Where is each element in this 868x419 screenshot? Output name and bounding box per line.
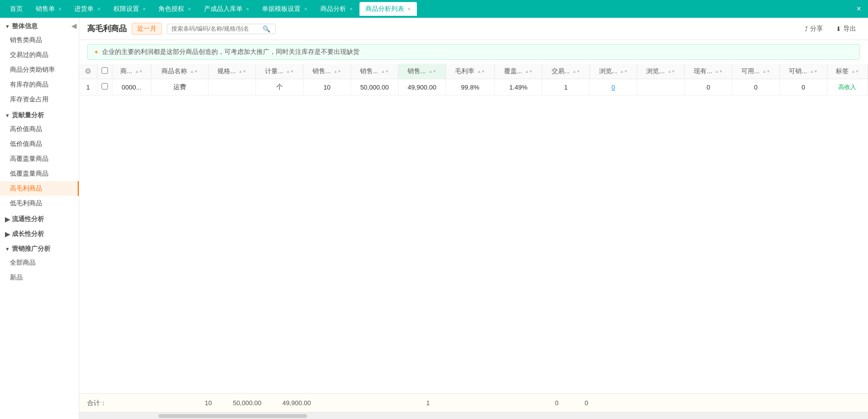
col-sales-qty-sort[interactable]: ▲▼ bbox=[334, 69, 342, 74]
col-browse1[interactable]: 浏览... ▲▼ bbox=[590, 64, 637, 79]
settings-icon[interactable]: ⚙ bbox=[85, 67, 91, 75]
col-sales-amount[interactable]: 销售... ▲▼ bbox=[351, 64, 398, 79]
sidebar-item-low-margin[interactable]: 低毛利商品 bbox=[0, 196, 79, 211]
nav-tab-inbound[interactable]: 产成品入库单 × bbox=[198, 2, 255, 16]
sidebar-item-high-value[interactable]: 高价值商品 bbox=[0, 122, 79, 137]
nav-tab-sales[interactable]: 销售单 × bbox=[30, 2, 67, 16]
col-gross-margin[interactable]: 毛利率 ▲▼ bbox=[446, 64, 495, 79]
nav-tab-purchase-label: 进货单 bbox=[74, 4, 94, 13]
col-unit[interactable]: 计量... ▲▼ bbox=[256, 64, 304, 79]
col-sales-cost-sort[interactable]: ▲▼ bbox=[429, 69, 437, 74]
filter-recent-month-button[interactable]: 近一月 bbox=[132, 23, 162, 35]
sidebar-item-traded-goods[interactable]: 交易过的商品 bbox=[0, 47, 79, 62]
col-coverage[interactable]: 覆盖... ▲▼ bbox=[495, 64, 542, 79]
sidebar-item-category-rate[interactable]: 商品分类助销率 bbox=[0, 62, 79, 77]
col-spec-sort[interactable]: ▲▼ bbox=[239, 69, 247, 74]
col-unit-sort[interactable]: ▲▼ bbox=[286, 69, 294, 74]
col-browse2[interactable]: 浏览... ▲▼ bbox=[637, 64, 685, 79]
search-input[interactable] bbox=[171, 25, 260, 32]
col-checkbox bbox=[97, 64, 112, 79]
sidebar-item-stock-capital[interactable]: 库存资金占用 bbox=[0, 92, 79, 107]
col-available[interactable]: 可用... ▲▼ bbox=[732, 64, 779, 79]
window-close-button[interactable]: × bbox=[854, 4, 864, 13]
col-tag-sort[interactable]: ▲▼ bbox=[851, 69, 859, 74]
col-sales-amount-sort[interactable]: ▲▼ bbox=[381, 69, 389, 74]
col-sales-cost[interactable]: 销售... ▲▼ bbox=[398, 64, 446, 79]
sidebar-group-growth-label: 成长性分析 bbox=[12, 230, 44, 238]
cell-current-stock: 0 bbox=[685, 79, 732, 95]
col-name[interactable]: 商品名称 ▲▼ bbox=[151, 64, 208, 79]
nav-tab-role[interactable]: 角色授权 × bbox=[153, 2, 197, 16]
sidebar-item-new-goods[interactable]: 新品 bbox=[0, 270, 79, 285]
cell-browse1[interactable]: 0 bbox=[590, 79, 637, 95]
sidebar-collapse-button[interactable]: ◀ bbox=[71, 22, 77, 30]
sidebar-group-marketing[interactable]: ▼ 营销推广分析 bbox=[0, 240, 79, 255]
sidebar: ◀ ▼ 整体信息 销售类商品 交易过的商品 商品分类助销率 有库存的商品 库存资… bbox=[0, 18, 79, 419]
nav-tab-analysis-close[interactable]: × bbox=[350, 6, 353, 12]
sidebar-item-low-coverage[interactable]: 低覆盖量商品 bbox=[0, 166, 79, 181]
sidebar-group-liquidity[interactable]: ▶ 流通性分析 bbox=[0, 211, 79, 226]
sidebar-group-contribution-label: 贡献量分析 bbox=[12, 111, 44, 120]
sidebar-group-contribution[interactable]: ▼ 贡献量分析 bbox=[0, 107, 79, 122]
nav-tab-sales-label: 销售单 bbox=[36, 4, 55, 13]
tag-label: 高收入 bbox=[838, 84, 856, 91]
col-spec[interactable]: 规格... ▲▼ bbox=[208, 64, 256, 79]
nav-tab-purchase-close[interactable]: × bbox=[97, 6, 100, 12]
cell-browse2 bbox=[637, 79, 685, 95]
col-saleable-sort[interactable]: ▲▼ bbox=[810, 69, 818, 74]
sidebar-item-high-coverage[interactable]: 高覆盖量商品 bbox=[0, 151, 79, 166]
sidebar-item-stocked-goods[interactable]: 有库存的商品 bbox=[0, 77, 79, 92]
nav-tab-analysis-list-close[interactable]: × bbox=[408, 6, 410, 12]
col-transactions[interactable]: 交易... ▲▼ bbox=[542, 64, 590, 79]
col-coverage-sort[interactable]: ▲▼ bbox=[525, 69, 533, 74]
summary-gap1 bbox=[315, 399, 404, 407]
nav-tab-permission-close[interactable]: × bbox=[143, 6, 146, 12]
row-checkbox[interactable] bbox=[102, 83, 108, 90]
browse1-link[interactable]: 0 bbox=[612, 84, 615, 91]
col-saleable[interactable]: 可销... ▲▼ bbox=[779, 64, 827, 79]
col-gross-margin-sort[interactable]: ▲▼ bbox=[477, 69, 485, 74]
select-all-checkbox[interactable] bbox=[102, 67, 108, 74]
cell-sales-qty: 10 bbox=[303, 79, 351, 95]
col-code-sort[interactable]: ▲▼ bbox=[135, 69, 143, 74]
info-banner-text: 企业的主要的利润都是这部分商品创造的，可考虑加大推广，同时关注库存是不要出现缺货 bbox=[102, 47, 359, 56]
col-browse1-sort[interactable]: ▲▼ bbox=[620, 69, 628, 74]
horizontal-scrollbar-thumb[interactable] bbox=[158, 414, 307, 418]
footer-summary: 合计： 10 50,000.00 49,900.00 1 0 0 bbox=[79, 393, 868, 412]
nav-tab-purchase[interactable]: 进货单 × bbox=[68, 2, 106, 16]
nav-tab-analysis-list[interactable]: 商品分析列表 × bbox=[359, 2, 416, 16]
sidebar-item-all-goods[interactable]: 全部商品 bbox=[0, 255, 79, 270]
col-transactions-sort[interactable]: ▲▼ bbox=[572, 69, 580, 74]
col-tag[interactable]: 标签 ▲▼ bbox=[827, 64, 868, 79]
col-settings[interactable]: ⚙ bbox=[79, 64, 97, 79]
nav-tab-sales-close[interactable]: × bbox=[58, 6, 61, 12]
share-button[interactable]: ⤴ 分享 bbox=[801, 23, 827, 34]
col-code[interactable]: 商... ▲▼ bbox=[112, 64, 151, 79]
search-icon[interactable]: 🔍 bbox=[262, 25, 270, 33]
nav-tab-role-close[interactable]: × bbox=[188, 6, 191, 12]
col-name-sort[interactable]: ▲▼ bbox=[190, 69, 198, 74]
nav-tab-home-label: 首页 bbox=[10, 4, 23, 13]
nav-tab-permission[interactable]: 权限设置 × bbox=[107, 2, 152, 16]
col-sales-qty[interactable]: 销售... ▲▼ bbox=[303, 64, 351, 79]
sidebar-group-overview[interactable]: ▼ 整体信息 bbox=[0, 18, 79, 33]
col-current-stock[interactable]: 现有... ▲▼ bbox=[685, 64, 732, 79]
data-table: ⚙ 商... ▲▼ 商品名称 ▲▼ bbox=[79, 64, 868, 95]
nav-tab-inbound-close[interactable]: × bbox=[246, 6, 249, 12]
col-available-sort[interactable]: ▲▼ bbox=[763, 69, 770, 74]
col-browse2-sort[interactable]: ▲▼ bbox=[667, 69, 675, 74]
sidebar-group-growth[interactable]: ▶ 成长性分析 bbox=[0, 226, 79, 240]
cell-checkbox[interactable] bbox=[97, 79, 112, 95]
nav-tab-analysis[interactable]: 商品分析 × bbox=[314, 2, 358, 16]
nav-tab-template-close[interactable]: × bbox=[304, 6, 307, 12]
sidebar-item-sales-goods[interactable]: 销售类商品 bbox=[0, 33, 79, 47]
cell-sales-amount: 50,000.00 bbox=[351, 79, 398, 95]
nav-tab-template[interactable]: 单据模板设置 × bbox=[256, 2, 313, 16]
nav-tab-home[interactable]: 首页 bbox=[4, 2, 29, 16]
summary-transactions: 1 bbox=[404, 399, 434, 407]
export-button[interactable]: ⬇ 导出 bbox=[832, 23, 860, 34]
table-container: ⚙ 商... ▲▼ 商品名称 ▲▼ bbox=[79, 64, 868, 393]
sidebar-item-high-margin[interactable]: 高毛利商品 bbox=[0, 181, 79, 196]
col-current-stock-sort[interactable]: ▲▼ bbox=[715, 69, 723, 74]
sidebar-item-low-value[interactable]: 低价值商品 bbox=[0, 137, 79, 151]
